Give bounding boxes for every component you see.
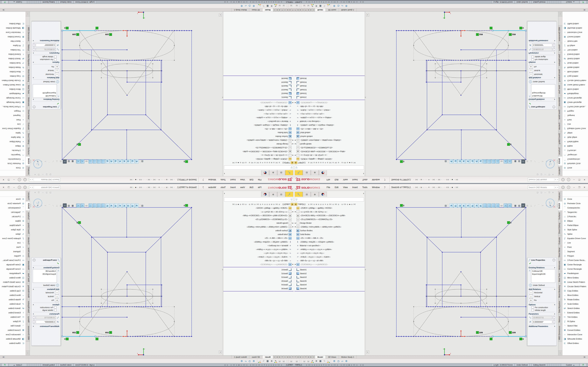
sheet-icon[interactable]: ⬓ (295, 359, 299, 363)
tree-item-sketch[interactable]: Sketch6 (294, 287, 365, 291)
pm-help-icon[interactable]: ? (553, 106, 555, 108)
sheet-icon[interactable]: ⬓ (303, 359, 306, 363)
swept-cut-icon[interactable]: ⬕ (479, 159, 483, 164)
menu-edit[interactable]: Edit (333, 185, 341, 189)
tab-scroll-button[interactable]: ▶ (276, 8, 278, 12)
sketch-arc-icon[interactable]: ⌒ (47, 159, 51, 163)
menu-tools[interactable]: Tools (219, 178, 228, 182)
sheet-icon[interactable]: ⬓ (295, 4, 299, 8)
section-options[interactable]: Options∧ (529, 61, 555, 63)
panel-splitter[interactable] (222, 12, 223, 176)
extrude-boss-icon[interactable]: ⬒ (450, 203, 453, 208)
line-format-icon[interactable]: ≣ (315, 359, 318, 363)
panel-flyout-chevron[interactable]: › (363, 192, 364, 195)
command-tab-features[interactable]: Features (558, 166, 562, 176)
section-parameters[interactable]: Parameters∧ (33, 313, 59, 315)
restore-button[interactable]: ❐ (578, 186, 581, 189)
tree-item[interactable]: ▶Design Binder (294, 142, 365, 146)
line-format-icon[interactable]: ≣ (270, 4, 273, 8)
section-options[interactable]: Options∧ (529, 304, 555, 306)
revolved-cut-icon[interactable]: ⬔ (110, 203, 113, 208)
tool-polygon[interactable]: ◇Polygon (0, 109, 26, 113)
doc-restore-icon[interactable]: ❏ (50, 192, 51, 193)
flyout-mini-arrow[interactable]: ▸ (219, 13, 222, 17)
section-existing-relations[interactable]: Existing Relations∧ (33, 98, 59, 100)
grid-icon[interactable]: ⊞ (59, 204, 62, 208)
command-tab-weldments[interactable]: Weldments (558, 259, 562, 272)
tool-offset-entities[interactable]: ⊏Offset Entities (562, 341, 588, 345)
doc-restore-icon[interactable]: ❏ (537, 174, 538, 175)
expand-arrow-icon[interactable]: ▶ (294, 222, 296, 224)
sheet-icon[interactable]: ⬓ (282, 359, 285, 363)
relation-entry[interactable]: Collinear108 (34, 94, 56, 97)
tree-item[interactable]: ▱○∙◎✛○✳◎⊙○∘○⊙◎✳○✛◎∙○ (294, 251, 365, 255)
extruded-cut-icon[interactable]: ◪ (114, 159, 118, 164)
option-for-construction[interactable]: For construction (33, 306, 57, 309)
menu-edit[interactable]: Edit (333, 178, 341, 182)
sheet-icon[interactable]: ⬓ (278, 4, 281, 8)
rollback-bar[interactable] (223, 76, 294, 76)
tool-move-entities[interactable]: ↔Move Entities (562, 70, 588, 74)
perpendicular-icon[interactable]: ⊥ (55, 204, 59, 208)
rib-icon[interactable]: ◖ (504, 203, 508, 208)
length-stepper[interactable]: ▲▼ (553, 316, 555, 319)
menu-insert[interactable]: Insert (228, 185, 238, 189)
tab-3d-views[interactable]: 3D Views (249, 8, 262, 12)
draft-icon[interactable]: ↓ (496, 203, 500, 208)
section-icon[interactable]: ▨ (518, 204, 521, 208)
command-tab-evaluate[interactable]: Evaluate (26, 121, 30, 131)
tool-parallelogram[interactable]: ▰Parallelogram (0, 92, 26, 96)
tool-equation-driven-curve[interactable]: ƒEquation Driven Curve (0, 126, 26, 131)
tool-polygon[interactable]: ◇Polygon (562, 109, 588, 113)
tab-scroll-button[interactable]: ▶ (276, 355, 278, 359)
tool-linear-sketch-pattern[interactable]: ⊞Linear Sketch Pattern (0, 83, 26, 87)
swept-boss-icon[interactable]: ◨ (458, 159, 462, 164)
reorder-icon[interactable]: ⇅ (262, 4, 265, 8)
expand-arrow-icon[interactable]: ▶ (294, 154, 296, 156)
tool-3-point-arc[interactable]: ⌓3 Point Arc (562, 148, 588, 153)
length-field[interactable]: 10.88152731 (36, 48, 56, 51)
tab-displaymanager[interactable] (319, 192, 327, 197)
menu-file[interactable]: File (325, 178, 332, 182)
restore-button[interactable]: ❐ (7, 186, 10, 189)
command-tab-data-migration[interactable]: Data Migration (26, 299, 30, 315)
flyout-mini-arrow[interactable]: ▸ (366, 13, 369, 17)
mirror-icon[interactable]: ▭ (85, 204, 88, 208)
tree-item[interactable]: ◕○2S∙◎2SMИЗЄ2S○∘○ЄЗЗMИ2S◎∙2S○ (223, 217, 294, 221)
tool-style-spline[interactable]: ∧Style Spline (562, 227, 588, 232)
doc-minimize-icon[interactable]: — (42, 174, 43, 175)
tree-root[interactable]: ◧TЯPDL2.◎ ЗЄ ◎ Ш ◎ ◎ ◎ ✛ ◎ ЭС ◎ ЗЄ ◎ ∙ ◎… (294, 161, 365, 165)
tree-item-sketch[interactable]: Sketch1 (223, 95, 294, 99)
mirror-icon[interactable]: ▭ (500, 159, 503, 163)
collapse-chevron-icon[interactable]: ≫ (581, 8, 588, 12)
add-relation-horizontal[interactable]: —Horizontal (33, 73, 59, 76)
tool-tangent-arc[interactable]: ◠Tangent Arc (562, 153, 588, 157)
command-tab-sheet-metal[interactable]: Sheet Metal (26, 246, 30, 259)
doc-maximize-icon[interactable]: ❐ (548, 192, 550, 193)
tool-3-point-arc[interactable]: ⌓3 Point Arc (562, 214, 588, 219)
tree-item[interactable]: ✦○2S∙∩✳∙AM○∘○MA∙✳∩∙2S○ (223, 236, 294, 240)
tool-intersection-curve[interactable]: ∩Intersection Curve (562, 30, 588, 35)
tab-propertymanager[interactable]: ⊟ (277, 192, 285, 197)
draft-icon[interactable]: ↓ (88, 203, 92, 208)
panel-flyout-chevron[interactable]: › (224, 172, 225, 175)
relation-entry[interactable]: Collinear108 (532, 94, 554, 97)
command-tab-sketch[interactable]: Sketch (558, 156, 562, 166)
tree-item-sketch[interactable]: Sketch6 (294, 77, 365, 81)
tree-item[interactable]: ◧Surface Bodies (223, 229, 294, 233)
mirror-icon[interactable]: ▭ (500, 204, 503, 208)
section-add-relations[interactable]: Add Relations∧ (33, 288, 59, 290)
more-tabs-button[interactable]: ⋮ (26, 12, 30, 17)
color-corner-icon[interactable]: ∟ (327, 4, 330, 8)
sketch-arc-icon[interactable]: ⌒ (537, 159, 541, 163)
command-tab-sheet-metal[interactable]: Sheet Metal (26, 108, 30, 121)
command-tab-mbd-dimensions[interactable]: MBD Dimensions (26, 25, 30, 43)
tool-linear-sketch-pattern[interactable]: ⊞Linear Sketch Pattern (562, 83, 588, 87)
tab-3d-views[interactable]: 3D Views (326, 8, 339, 12)
more-tabs-button[interactable]: ⋮ (558, 12, 562, 17)
collapse-chevron-icon[interactable]: ≫ (581, 355, 588, 359)
command-tab-direct-editing[interactable]: Direct Editing (26, 131, 30, 146)
tree-item-sketch[interactable]: Sketch3 (294, 88, 365, 92)
help-icon[interactable]: ? (18, 186, 21, 189)
menu-window[interactable]: Window (370, 178, 381, 182)
